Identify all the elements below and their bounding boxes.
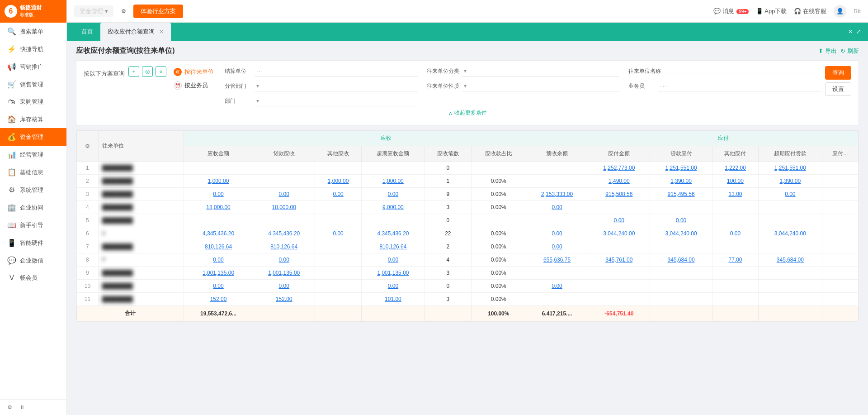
topbar-gear-icon[interactable]: ⚙ [117, 5, 130, 18]
collapse-more-button[interactable]: ∧ 收起更多条件 [84, 106, 851, 119]
row-ap_loan[interactable]: 345,684.00 [650, 253, 712, 267]
row-ap_amount[interactable]: 1,490.00 [588, 175, 650, 188]
row-ap_amount[interactable]: 915,508.56 [588, 188, 650, 201]
row-ar_amount[interactable]: 0.00 [184, 188, 253, 201]
row-ap_loan[interactable]: 1,390.00 [650, 175, 712, 188]
online-service-icon[interactable]: 🎧 在线客服 [794, 7, 826, 15]
refresh-button[interactable]: ↻ 刷新 [840, 47, 859, 55]
partner-nature-input[interactable]: ▾ [462, 81, 620, 91]
col-settings-icon[interactable]: ⚙ [77, 131, 99, 162]
row-ap_overdue[interactable]: 0.00 [759, 188, 822, 201]
row-ar_overdue[interactable]: 9,000.00 [361, 201, 425, 214]
dept-manage-input[interactable]: ▾ [255, 81, 418, 91]
row-ar_prepay[interactable]: 0.00 [526, 227, 588, 240]
row-ap_other[interactable]: 77.00 [712, 253, 758, 267]
row-ar_loan[interactable]: 810,126.64 [253, 240, 315, 253]
row-ap_loan[interactable]: 3,044,240.00 [650, 227, 712, 240]
query-button[interactable]: 查询 [825, 66, 851, 80]
sidebar-item-inventory[interactable]: 🏠 库存核算 [0, 110, 66, 128]
sidebar-item-search[interactable]: 🔍 搜索菜单 [0, 23, 66, 40]
row-ap_overdue[interactable]: 3,044,240.00 [759, 227, 822, 240]
row-ar_other[interactable]: 0.00 [315, 188, 361, 201]
row-ar_loan[interactable]: 1,001,135.00 [253, 267, 315, 280]
row-ap_overdue[interactable]: 345,684.00 [759, 253, 822, 267]
tab-ar-ap[interactable]: 应收应付余额查询 ✕ [100, 23, 171, 41]
row-ap_amount[interactable]: 3,044,240.00 [588, 227, 650, 240]
row-ar_amount[interactable]: 0.00 [184, 253, 253, 267]
row-ar_overdue[interactable]: 810,126.64 [361, 240, 425, 253]
dept-input[interactable]: ▾ [255, 96, 418, 106]
settlement-input[interactable]: ··· [255, 66, 418, 76]
scheme-by-salesman[interactable]: ⏰ 按业务员 [170, 80, 217, 91]
row-ap_amount[interactable]: 1,252,773.00 [588, 162, 650, 175]
export-button[interactable]: ⬆ 导出 [818, 47, 837, 55]
partner-type-input[interactable]: ▾ [462, 66, 620, 76]
row-ap_amount[interactable]: 0.00 [588, 214, 650, 227]
sidebar-item-member[interactable]: V 畅会员 [0, 269, 66, 286]
setting-button[interactable]: 设置 [825, 82, 851, 96]
sidebar-item-guide[interactable]: 📖 新手引导 [0, 216, 66, 234]
tab-close-window-icon[interactable]: ✕ [848, 29, 853, 35]
salesman-input[interactable]: ··· [658, 81, 821, 91]
footer-ar-prepay[interactable]: 6,417,215.... [526, 306, 588, 321]
row-ar_amount[interactable]: 152.00 [184, 293, 253, 306]
tab-close-icon[interactable]: ✕ [159, 29, 164, 35]
tab-home[interactable]: 首页 [74, 23, 100, 41]
sidebar-item-base[interactable]: 📋 基础信息 [0, 163, 66, 181]
row-ar_amount[interactable]: 1,000.00 [184, 175, 253, 188]
row-ar_overdue[interactable]: 1,001,135.00 [361, 267, 425, 280]
row-ar_loan[interactable]: 0.00 [253, 280, 315, 293]
row-ar_overdue[interactable]: 0.00 [361, 253, 425, 267]
row-ar_amount[interactable]: 810,126.64 [184, 240, 253, 253]
sidebar-item-purchase[interactable]: 🛍 采购管理 [0, 93, 66, 110]
row-ar_overdue[interactable]: 1,000.00 [361, 175, 425, 188]
row-ap_overdue[interactable]: 1,251,551.00 [759, 162, 822, 175]
sidebar-item-marketing[interactable]: 📢 营销推广 [0, 58, 66, 76]
row-ar_amount[interactable]: 0.00 [184, 280, 253, 293]
row-ap_other[interactable]: 100.00 [712, 175, 758, 188]
sidebar-item-sales[interactable]: 🛒 销售管理 [0, 76, 66, 93]
message-icon[interactable]: 💬 消息 99+ [713, 7, 749, 15]
row-ap_other[interactable]: 0.00 [712, 227, 758, 240]
row-ar_amount[interactable]: 18,000.00 [184, 201, 253, 214]
sidebar-item-wechat[interactable]: 💬 企业微信 [0, 252, 66, 269]
row-ar_prepay[interactable]: 0.00 [526, 201, 588, 214]
sidebar-item-collab[interactable]: 🏢 企业协同 [0, 199, 66, 216]
row-ar_prepay[interactable]: 0.00 [526, 280, 588, 293]
sidebar-item-hardware[interactable]: 📱 智能硬件 [0, 234, 66, 252]
row-ar_overdue[interactable]: 0.00 [361, 280, 425, 293]
row-ar_loan[interactable]: 18,000.00 [253, 201, 315, 214]
row-ar_loan[interactable]: 0.00 [253, 188, 315, 201]
row-ar_prepay[interactable]: 0.00 [526, 240, 588, 253]
row-ar_other[interactable]: 0.00 [315, 227, 361, 240]
partner-name-input[interactable] [664, 69, 821, 73]
scheme-by-partner[interactable]: 财 按往来单位 [170, 66, 217, 78]
collapse-scheme-button[interactable]: « [156, 66, 166, 77]
row-ap_overdue[interactable]: 1,390.00 [759, 175, 822, 188]
sidebar-item-operation[interactable]: 📊 经营管理 [0, 146, 66, 163]
app-download-icon[interactable]: 📱 App下载 [756, 7, 787, 15]
row-ar_overdue[interactable]: 101.00 [361, 293, 425, 306]
sidebar-item-finance[interactable]: 💰 资金管理 [0, 128, 66, 146]
try-solution-button[interactable]: 体验行业方案 [133, 5, 183, 18]
row-ap_other[interactable]: 1,222.00 [712, 162, 758, 175]
footer-ar-amount[interactable]: 19,553,472,6... [184, 306, 253, 321]
row-ar_other[interactable]: 1,000.00 [315, 175, 361, 188]
row-ar_prepay[interactable]: 655,636.75 [526, 253, 588, 267]
row-ar_loan[interactable]: 0.00 [253, 253, 315, 267]
sidebar-item-system[interactable]: ⚙ 系统管理 [0, 181, 66, 199]
settings-scheme-button[interactable]: ◎ [142, 66, 153, 77]
row-ar_overdue[interactable]: 0.00 [361, 188, 425, 201]
collapse-icon[interactable]: ⏸ [19, 404, 25, 410]
row-ar_loan[interactable]: 4,345,436.20 [253, 227, 315, 240]
row-ap_loan[interactable]: 0.00 [650, 214, 712, 227]
row-ap_other[interactable]: 13.00 [712, 188, 758, 201]
row-ap_loan[interactable]: 915,495.56 [650, 188, 712, 201]
sidebar-item-nav[interactable]: ⚡ 快捷导航 [0, 40, 66, 58]
settings-gear-icon[interactable]: ⚙ [7, 404, 12, 410]
row-ap_amount[interactable]: 345,761.00 [588, 253, 650, 267]
row-ar_overdue[interactable]: 4,345,436.20 [361, 227, 425, 240]
row-ap_loan[interactable]: 1,251,551.00 [650, 162, 712, 175]
tab-maximize-icon[interactable]: ⤢ [856, 29, 861, 35]
row-ar_amount[interactable]: 1,001,135.00 [184, 267, 253, 280]
